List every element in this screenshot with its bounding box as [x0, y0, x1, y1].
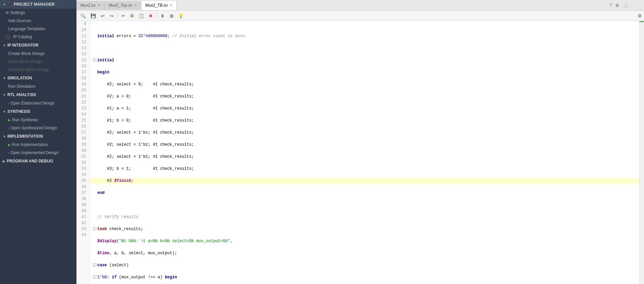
toolbar: 🔍 💾 ↩ ↪ ✂ ⧉ 📋 ✖ ⏸ ⊞ 💡 ⚙ — [76, 11, 644, 21]
fold-icon[interactable]: − — [93, 274, 97, 280]
line-number: 17 — [76, 69, 88, 75]
sidebar-item-label: Language Templates — [8, 26, 45, 31]
redo-button[interactable]: ↪ — [107, 12, 115, 20]
sidebar-item-run-synthesis[interactable]: ▶ Run Synthesis — [0, 116, 76, 124]
sidebar-section-label: IMPLEMENTATION — [7, 134, 43, 139]
line-number: 21 — [76, 93, 88, 99]
main-area: Mux2.sv ✕ Mux2_Top.sv ✕ Mux2_TB.sv ✕ ? ⧉… — [76, 0, 644, 284]
code-content: initial errors = 32'h00000000; // Initia… — [90, 21, 639, 284]
code-line-26: $display("At %0d: \t a=%b b=%b select=%b… — [90, 238, 639, 244]
sidebar-item-label: Run Implementation — [12, 142, 48, 147]
sidebar-item-open-elaborated-design[interactable]: › Open Elaborated Design — [0, 99, 76, 107]
line-number: 22 — [76, 99, 88, 105]
sidebar-section-ip-integrator[interactable]: ▼ IP INTEGRATOR — [0, 41, 76, 50]
run-icon: ▶ — [8, 143, 11, 147]
toolbar-separator-2 — [156, 12, 157, 19]
sidebar-item-settings[interactable]: ⚙ Settings — [0, 9, 76, 17]
sidebar-item-label: Add Sources — [8, 18, 31, 23]
close-icon[interactable]: ✕ — [98, 3, 100, 7]
fold-icon[interactable]: − — [93, 262, 97, 268]
line-number: 34 — [76, 172, 88, 178]
search-button[interactable]: 🔍 — [78, 12, 88, 20]
sidebar-section-synthesis[interactable]: ▼ SYNTHESIS — [0, 107, 76, 116]
maximize-button[interactable]: ⬜ — [622, 2, 629, 8]
sidebar-section-implementation[interactable]: ▼ IMPLEMENTATION — [0, 132, 76, 141]
sidebar-item-open-implemented-design[interactable]: › Open Implemented Design — [0, 149, 76, 157]
sidebar-section-project-manager[interactable]: ▼ ⬛ PROJECT MANAGER — [0, 0, 76, 9]
collapse-marker[interactable]: − — [93, 275, 96, 279]
sidebar-item-add-sources[interactable]: Add Sources — [0, 17, 76, 25]
line-number: 44 — [76, 232, 88, 238]
sidebar-item-label: Open Implemented Design — [10, 150, 58, 155]
sidebar-section-label: IP INTEGRATOR — [7, 43, 39, 48]
line-number: 20 — [76, 87, 88, 93]
table-button[interactable]: ⊞ — [167, 12, 175, 20]
cut-button[interactable]: ✂ — [119, 12, 127, 20]
save-button[interactable]: 💾 — [89, 12, 98, 20]
line-number: 40 — [76, 208, 88, 214]
code-line-21: #2 $finish; — [90, 178, 639, 184]
tab-mux2-tb-sv[interactable]: Mux2_TB.sv ✕ — [141, 1, 177, 10]
code-editor[interactable]: initial errors = 32'h00000000; // Initia… — [90, 21, 639, 284]
sidebar-item-language-templates[interactable]: Language Templates — [0, 25, 76, 33]
collapse-marker[interactable]: − — [93, 58, 96, 62]
editor-area: 9 10 11 12 13 14 15 16 17 18 19 20 21 22… — [76, 21, 644, 284]
code-line-20: #3; b = 1; #1 check_results; — [90, 166, 639, 172]
sidebar-item-label: Create Block Design — [8, 51, 45, 56]
delete-button[interactable]: ✖ — [147, 12, 155, 20]
code-line-19: #2; select = 1'b1; #1 check_results; — [90, 154, 639, 160]
code-line-17: #2; select = 1'bx; #1 check_results; — [90, 130, 639, 136]
sidebar-item-run-simulation[interactable]: Run Simulation — [0, 82, 76, 90]
pause-button[interactable]: ⏸ — [158, 12, 167, 20]
hint-button[interactable]: 💡 — [176, 12, 185, 20]
copy-button[interactable]: ⧉ — [128, 12, 136, 20]
code-line-10 — [90, 45, 639, 51]
run-icon: ▶ — [8, 118, 11, 122]
sidebar-item-label: IP Catalog — [13, 34, 32, 39]
sidebar-item-ip-catalog[interactable]: ⬛ IP Catalog — [0, 33, 76, 41]
collapse-marker[interactable]: − — [93, 263, 96, 267]
code-line-23 — [90, 202, 639, 208]
expand-icon: › — [8, 151, 9, 155]
line-number: 25 — [76, 118, 88, 124]
help-button[interactable]: ? — [608, 2, 613, 8]
sidebar-item-label: Run Simulation — [8, 84, 35, 89]
close-icon[interactable]: ✕ — [134, 3, 137, 7]
sidebar-item-open-synthesized-design[interactable]: › Open Synthesized Design — [0, 124, 76, 132]
tab-mux2-sv[interactable]: Mux2.sv ✕ — [76, 1, 105, 10]
line-number: 19 — [76, 81, 88, 87]
green-indicator — [639, 21, 644, 22]
code-line-25: −task check_results; — [90, 226, 639, 232]
code-line-27: $time, a, b, select, mux_output); — [90, 250, 639, 256]
sidebar-section-program-debug[interactable]: ▶ PROGRAM AND DEBUG — [0, 157, 76, 165]
sidebar-item-label: Generate Block Design — [8, 67, 49, 72]
sidebar-item-label: Open Elaborated Design — [10, 101, 54, 105]
sidebar-section-label: SYNTHESIS — [7, 109, 30, 114]
line-number: 39 — [76, 202, 88, 208]
restore-button[interactable]: ⧉ — [614, 2, 620, 8]
sidebar-section-label: PROJECT MANAGER — [14, 2, 55, 7]
fold-icon[interactable]: − — [93, 226, 97, 232]
scroll-indicator[interactable] — [639, 21, 644, 284]
tab-mux2-top-sv[interactable]: Mux2_Top.sv ✕ — [105, 1, 142, 10]
line-number: 15 — [76, 57, 88, 63]
fold-icon[interactable]: − — [93, 57, 97, 63]
sidebar-item-run-implementation[interactable]: ▶ Run Implementation — [0, 141, 76, 149]
sidebar-section-rtl-analysis[interactable]: ▼ RTL ANALYSIS — [0, 90, 76, 99]
paste-button[interactable]: 📋 — [137, 12, 146, 20]
sidebar-item-open-block-design: Open Block Design — [0, 58, 76, 66]
settings-gear-button[interactable]: ⚙ — [638, 13, 642, 18]
collapse-marker[interactable]: − — [93, 227, 96, 230]
line-number: 16 — [76, 63, 88, 69]
sidebar-section-simulation[interactable]: ▼ SIMULATION — [0, 74, 76, 82]
sidebar-item-create-block-design[interactable]: Create Block Design — [0, 50, 76, 58]
line-number: 14 — [76, 51, 88, 57]
expand-icon: › — [8, 126, 9, 130]
tab-label: Mux2_TB.sv — [145, 3, 168, 8]
undo-button[interactable]: ↩ — [99, 12, 107, 20]
close-icon[interactable]: ✕ — [170, 3, 172, 7]
project-manager-icon: ⬛ — [7, 2, 12, 7]
sidebar-section-label: RTL ANALYSIS — [7, 92, 36, 97]
sidebar-section-label: PROGRAM AND DEBUG — [7, 159, 53, 163]
line-number: 9 — [76, 21, 88, 27]
